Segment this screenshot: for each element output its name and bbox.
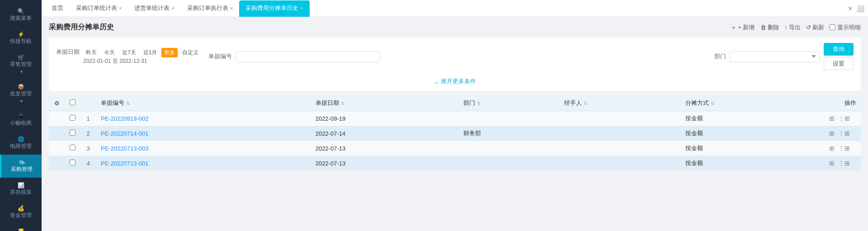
th-num — [80, 95, 96, 111]
add-button[interactable]: ＋ + 新增 — [731, 24, 755, 32]
row-checkbox-1[interactable] — [70, 130, 75, 136]
sidebar-item-search[interactable]: 🔍 搜索菜单 — [0, 4, 42, 27]
view-icon-0[interactable]: ⊞ — [829, 115, 835, 122]
doc-no-link-1[interactable]: PE-20220714-001 — [101, 130, 149, 137]
view-icon-1[interactable]: ⊞ — [829, 130, 835, 137]
doc-no-link-3[interactable]: PE-20220713-001 — [101, 160, 149, 167]
quick-nav-icon: ⚡ — [2, 31, 40, 38]
th-ops-label: 操作 — [844, 99, 856, 106]
settings-button[interactable]: 设置 — [824, 57, 854, 70]
select-all-checkbox[interactable] — [70, 99, 75, 105]
expand-label: 展开更多条件 — [441, 77, 476, 85]
more-icon-3[interactable]: ⋮⊞ — [838, 160, 850, 167]
filter-row: 单据日期 昨天 今天 近7天 近1月 更多 自定义 2022-01-01 至 2… — [56, 43, 854, 70]
sidebar-item-quicknav[interactable]: ⚡ 快捷导航 — [0, 27, 42, 50]
sidebar-item-inventory[interactable]: 📊 库存核算 — [0, 178, 42, 201]
dept-filter-group: 部门 财务部 查询 设置 — [714, 43, 854, 70]
sidebar-item-purchase[interactable]: 🛍 采购管理 — [0, 155, 42, 178]
sidebar: 🔍 搜索菜单 ⚡ 快捷导航 🛒 零售管理 📦 批发管理 📱 小畅电商 🌐 电商管… — [0, 0, 42, 231]
refresh-button[interactable]: ↺ 刷新 — [806, 24, 824, 32]
th-doc-date: 单据日期 ⇅ — [311, 95, 459, 111]
more-icon-1[interactable]: ⋮⊞ — [838, 130, 850, 137]
tab-purchase-order-exec-close[interactable]: × — [230, 5, 233, 11]
row-checkbox-3[interactable] — [70, 160, 75, 165]
wholesale-icon: 📦 — [2, 84, 40, 90]
last7days-btn[interactable]: 近7天 — [119, 48, 139, 57]
more-icon-0[interactable]: ⋮⊞ — [838, 115, 850, 122]
header-actions: ＋ + 新增 🗑 删除 ↑ 导出 ↺ 刷新 显示明细 — [731, 24, 861, 32]
cell-ops-2: ⊞ ⋮⊞ — [825, 141, 861, 156]
cell-doc-date-2: 2022-07-13 — [311, 141, 459, 156]
refresh-label: 刷新 — [812, 24, 824, 32]
sidebar-item-label: 批发管理 — [2, 90, 40, 98]
show-columns-toggle[interactable]: 显示明细 — [830, 24, 861, 32]
retail-icon: 🛒 — [2, 54, 40, 61]
maximize-window-icon[interactable]: ⬜ — [857, 5, 864, 12]
tab-purchase-cost-split[interactable]: 采购费用分摊单历史 × — [239, 0, 309, 17]
table-row: 1 PE-20220919-002 2022-09-19 按金额 ⊞ ⋮⊞ — [49, 111, 861, 126]
tab-purchase-order-exec[interactable]: 采购订单执行表 × — [181, 0, 239, 17]
show-columns-checkbox[interactable] — [830, 24, 835, 30]
tab-purchase-order-stats[interactable]: 采购订单统计表 × — [70, 0, 128, 17]
tab-controls: ✕ ⬜ — [848, 5, 864, 12]
cell-doc-date-1: 2022-07-14 — [311, 126, 459, 141]
sidebar-item-wholesale[interactable]: 📦 批发管理 — [0, 79, 42, 108]
delete-button[interactable]: 🗑 删除 — [760, 24, 779, 32]
today-btn[interactable]: 今天 — [101, 48, 118, 57]
cell-doc-no-2: PE-20220713-003 — [96, 141, 311, 156]
settings-th-icon[interactable]: ⚙ — [54, 100, 60, 107]
cell-settings-2 — [49, 141, 65, 156]
cell-handler-2 — [560, 141, 681, 156]
sidebar-item-miniapp[interactable]: 📱 小畅电商 — [0, 108, 42, 132]
page-header: 采购费用分摊单历史 ＋ + 新增 🗑 删除 ↑ 导出 ↺ 刷新 — [49, 23, 861, 32]
export-icon: ↑ — [785, 24, 788, 31]
expand-more-btn[interactable]: ⌄ 展开更多条件 — [434, 77, 476, 85]
sort-doc-no-icon[interactable]: ⇅ — [126, 101, 130, 106]
doc-no-link-0[interactable]: PE-20220919-002 — [101, 115, 149, 122]
dept-filter-select[interactable]: 财务部 — [730, 51, 820, 62]
data-table-container: ⚙ 单据编号 ⇅ — [49, 95, 861, 171]
cell-ops-3: ⊞ ⋮⊞ — [825, 156, 861, 171]
action-buttons: 查询 设置 — [824, 43, 854, 70]
table-row: 3 PE-20220713-003 2022-07-13 按金额 ⊞ ⋮⊞ — [49, 141, 861, 156]
sidebar-item-label: 小畅电商 — [2, 119, 40, 127]
cell-handler-0 — [560, 111, 681, 126]
tab-purchase-cost-split-close[interactable]: × — [300, 5, 303, 11]
table-header-row: ⚙ 单据编号 ⇅ — [49, 95, 861, 111]
sort-handler-icon[interactable]: ⇅ — [584, 101, 587, 106]
miniapp-icon: 📱 — [2, 113, 40, 119]
sort-doc-date-icon[interactable]: ⇅ — [341, 101, 344, 106]
export-button[interactable]: ↑ 导出 — [785, 24, 801, 32]
close-window-icon[interactable]: ✕ — [848, 5, 853, 12]
more-date-btn[interactable]: 更多 — [161, 48, 178, 57]
last1month-btn[interactable]: 近1月 — [141, 48, 160, 57]
cell-check-1 — [65, 126, 80, 141]
row-checkbox-2[interactable] — [70, 145, 75, 151]
tab-purchase-receipt-stats-label: 进货单统计表 — [134, 4, 170, 12]
sort-dept-icon[interactable]: ⇅ — [477, 101, 481, 106]
yesterday-btn[interactable]: 昨天 — [83, 48, 99, 57]
more-icon-2[interactable]: ⋮⊞ — [838, 145, 850, 152]
sidebar-item-label: 零售管理 — [2, 61, 40, 68]
view-icon-2[interactable]: ⊞ — [829, 145, 835, 152]
docno-filter-input[interactable] — [236, 51, 380, 62]
query-button[interactable]: 查询 — [824, 43, 854, 56]
table-row: 2 PE-20220714-001 2022-07-14 财务部 按金额 ⊞ ⋮… — [49, 126, 861, 141]
view-icon-3[interactable]: ⊞ — [829, 160, 835, 167]
tab-purchase-order-stats-close[interactable]: × — [119, 5, 122, 11]
tab-purchase-receipt-stats-close[interactable]: × — [171, 5, 174, 11]
delete-label: 删除 — [768, 24, 779, 32]
cell-doc-date-0: 2022-09-19 — [311, 111, 459, 126]
sidebar-item-ledger[interactable]: 📒 总账管理 — [0, 224, 42, 231]
sort-split-method-icon[interactable]: ⇅ — [711, 101, 714, 106]
sidebar-item-finance[interactable]: 💰 资金管理 — [0, 201, 42, 224]
doc-no-link-2[interactable]: PE-20220713-003 — [101, 145, 149, 152]
custom-date-btn[interactable]: 自定义 — [179, 48, 201, 57]
row-checkbox-0[interactable] — [70, 115, 75, 121]
tab-home[interactable]: 首页 — [45, 0, 70, 17]
sidebar-item-label: 库存核算 — [2, 189, 40, 196]
tab-purchase-receipt-stats[interactable]: 进货单统计表 × — [128, 0, 180, 17]
cell-dept-0 — [459, 111, 560, 126]
sidebar-item-ecommerce[interactable]: 🌐 电商管理 — [0, 132, 42, 155]
sidebar-item-retail[interactable]: 🛒 零售管理 — [0, 50, 42, 79]
